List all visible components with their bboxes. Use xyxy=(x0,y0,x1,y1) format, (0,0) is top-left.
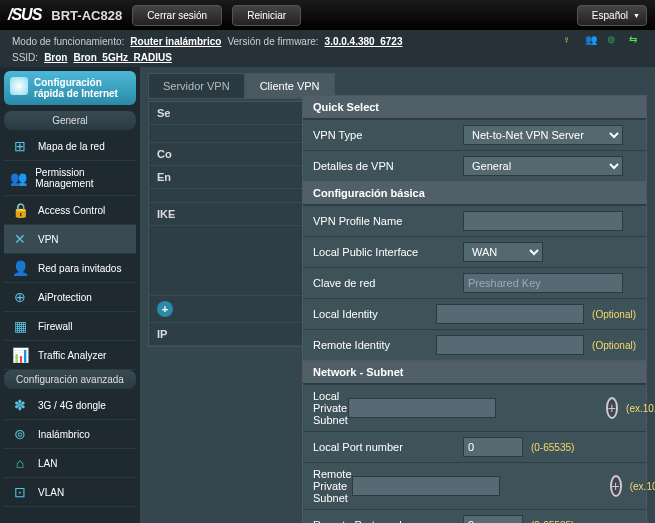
ssid-label: SSID: xyxy=(12,52,38,63)
profile-name-label: VPN Profile Name xyxy=(313,215,463,227)
sidebar-icon: 📊 xyxy=(10,347,30,363)
sidebar-item-label: 3G / 4G dongle xyxy=(38,400,106,411)
sidebar-item-label: Red para invitados xyxy=(38,263,121,274)
optional-hint: (Optional) xyxy=(592,340,636,351)
local-subnet-input[interactable] xyxy=(348,398,496,418)
sidebar-icon: ⌂ xyxy=(10,455,30,471)
section-basic-config: Configuración básica xyxy=(303,182,646,205)
profile-name-input[interactable] xyxy=(463,211,623,231)
local-interface-select[interactable]: WAN xyxy=(463,242,543,262)
remote-subnet-label: Remote Private Subnet xyxy=(313,468,352,504)
local-interface-label: Local Public Interface xyxy=(313,246,463,258)
local-identity-label: Local Identity xyxy=(313,308,436,320)
sidebar: Configuración rápida de Internet General… xyxy=(0,67,140,523)
top-bar: /SUS BRT-AC828 Cerrar sesión Reiniciar E… xyxy=(0,0,655,30)
local-port-label: Local Port number xyxy=(313,441,463,453)
sidebar-item-label: VPN xyxy=(38,234,59,245)
network-key-input[interactable] xyxy=(463,273,623,293)
reboot-button[interactable]: Reiniciar xyxy=(232,5,301,26)
sidebar-item[interactable]: ▦Firewall xyxy=(4,312,136,341)
sidebar-header-general: General xyxy=(4,111,136,130)
sidebar-item-label: Permission Management xyxy=(35,167,130,189)
usb-icon[interactable]: ⇆ xyxy=(629,34,643,48)
sidebar-icon: ✕ xyxy=(10,231,30,247)
mode-label: Modo de funcionamiento: xyxy=(12,36,124,47)
model-name: BRT-AC828 xyxy=(51,8,122,23)
award-icon[interactable]: ♀ xyxy=(563,34,577,48)
sidebar-item[interactable]: ⌂LAN xyxy=(4,449,136,478)
vpn-details-select[interactable]: General xyxy=(463,156,623,176)
sidebar-item[interactable]: 📊Traffic Analyzer xyxy=(4,341,136,370)
sidebar-icon: ▦ xyxy=(10,318,30,334)
ssid-bar: SSID: Bron Bron_5GHz_RADIUS xyxy=(0,52,655,67)
sidebar-item-label: Access Control xyxy=(38,205,105,216)
vpn-config-modal: Quick Select VPN Type Net-to-Net VPN Ser… xyxy=(302,95,647,523)
sidebar-item-label: Firewall xyxy=(38,321,72,332)
sidebar-item-label: LAN xyxy=(38,458,57,469)
wifi-icon[interactable]: ⊚ xyxy=(607,34,621,48)
add-remote-subnet-button[interactable]: + xyxy=(610,475,622,497)
content-area: Servidor VPN Cliente VPN PN Se Co En IKE… xyxy=(140,67,655,523)
vpn-type-select[interactable]: Net-to-Net VPN Server xyxy=(463,125,623,145)
brand-logo: /SUS xyxy=(8,6,41,24)
vpn-details-label: Detalles de VPN xyxy=(313,160,463,172)
info-bar: Modo de funcionamiento: Router inalámbri… xyxy=(0,30,655,52)
sidebar-icon: 👥 xyxy=(10,170,27,186)
port-range-hint: (0-65535) xyxy=(531,520,574,524)
ssid1[interactable]: Bron xyxy=(44,52,67,63)
vpn-type-label: VPN Type xyxy=(313,129,463,141)
remote-port-label: Remote Port number xyxy=(313,519,463,523)
sidebar-icon: 🔒 xyxy=(10,202,30,218)
sidebar-item[interactable]: ⊡VLAN xyxy=(4,478,136,507)
sidebar-icon: ⊕ xyxy=(10,289,30,305)
ssid2[interactable]: Bron_5GHz_RADIUS xyxy=(73,52,171,63)
quick-setup-button[interactable]: Configuración rápida de Internet xyxy=(4,71,136,105)
fw-value[interactable]: 3.0.0.4.380_6723 xyxy=(325,36,403,47)
sidebar-header-advanced: Configuración avanzada xyxy=(4,370,136,389)
remote-subnet-input[interactable] xyxy=(352,476,500,496)
subnet-example: (ex.10.10.10.0/24) xyxy=(630,481,655,492)
sidebar-item[interactable]: 👤Red para invitados xyxy=(4,254,136,283)
add-local-subnet-button[interactable]: + xyxy=(606,397,618,419)
local-subnet-label: Local Private Subnet xyxy=(313,390,348,426)
remote-port-input[interactable] xyxy=(463,515,523,523)
sidebar-item-label: Traffic Analyzer xyxy=(38,350,106,361)
network-key-label: Clave de red xyxy=(313,277,463,289)
plus-icon[interactable]: + xyxy=(157,301,173,317)
remote-identity-input[interactable] xyxy=(436,335,584,355)
sidebar-icon: ⊡ xyxy=(10,484,30,500)
sidebar-item[interactable]: ✽3G / 4G dongle xyxy=(4,391,136,420)
sidebar-icon: ✽ xyxy=(10,397,30,413)
local-identity-input[interactable] xyxy=(436,304,584,324)
logout-button[interactable]: Cerrar sesión xyxy=(132,5,222,26)
local-port-input[interactable] xyxy=(463,437,523,457)
section-quick-select: Quick Select xyxy=(303,96,646,119)
section-network-subnet: Network - Subnet xyxy=(303,361,646,384)
users-icon[interactable]: 👥 xyxy=(585,34,599,48)
sidebar-icon: ⊚ xyxy=(10,426,30,442)
sidebar-item[interactable]: 🔒Access Control xyxy=(4,196,136,225)
status-icons: ♀ 👥 ⊚ ⇆ xyxy=(563,34,643,48)
fw-label: Versión de firmware: xyxy=(227,36,318,47)
sidebar-item[interactable]: ⊚Inalámbrico xyxy=(4,420,136,449)
sidebar-item[interactable]: ✕VPN xyxy=(4,225,136,254)
port-range-hint: (0-65535) xyxy=(531,442,574,453)
remote-identity-label: Remote Identity xyxy=(313,339,436,351)
tab-vpn-server[interactable]: Servidor VPN xyxy=(148,73,245,99)
subnet-example: (ex.10.10.10.0/24) xyxy=(626,403,655,414)
sidebar-item[interactable]: ⊞Mapa de la red xyxy=(4,132,136,161)
optional-hint: (Optional) xyxy=(592,309,636,320)
sidebar-icon: 👤 xyxy=(10,260,30,276)
sidebar-item[interactable]: ⊕AiProtection xyxy=(4,283,136,312)
sidebar-item-label: AiProtection xyxy=(38,292,92,303)
sidebar-icon: ⊞ xyxy=(10,138,30,154)
sidebar-item-label: Inalámbrico xyxy=(38,429,90,440)
mode-value[interactable]: Router inalámbrico xyxy=(130,36,221,47)
sidebar-item-label: VLAN xyxy=(38,487,64,498)
sidebar-item[interactable]: 👥Permission Management xyxy=(4,161,136,196)
sidebar-item-label: Mapa de la red xyxy=(38,141,105,152)
language-select[interactable]: Español xyxy=(577,5,647,26)
